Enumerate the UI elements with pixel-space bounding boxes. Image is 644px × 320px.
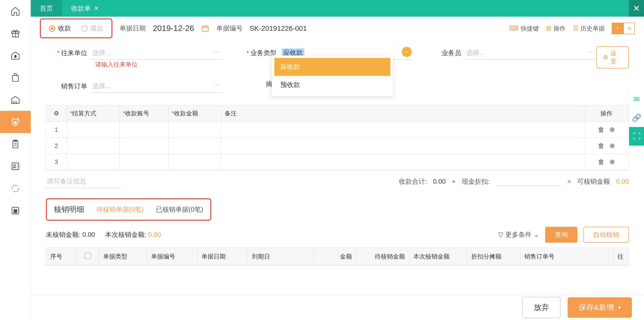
reconcile-header: 核销明细 待核销单据(0笔) 已核销单据(0笔) [46,198,211,221]
table-row: 1 🗑⊕ [46,122,629,138]
sidebar-home[interactable] [0,0,31,22]
cell-acct[interactable] [120,154,169,170]
add-icon[interactable]: ⊕ [609,126,615,134]
tab-current[interactable]: 收款单 ✕ [62,0,108,17]
partner-input[interactable]: 选择... ⋯ [91,46,222,60]
top-tab-bar: 首页 收款单 ✕ ✕ [0,0,644,17]
save-and-new-button[interactable]: 保存&新增 ▾ [568,297,632,318]
sidebar-warehouse[interactable]: $ [0,44,31,67]
chevron-up-icon[interactable] [402,47,412,57]
add-icon[interactable]: ⊕ [609,142,615,150]
sidebar-bag[interactable] [0,67,31,89]
chevron-down-icon: ▾ [618,304,621,311]
cell-amt[interactable] [169,138,222,154]
th-ops: 操作 [584,105,629,121]
calendar-icon[interactable] [201,24,209,33]
more-conditions[interactable]: ▽ 更多条件 ⌄ [498,230,539,239]
discard-button[interactable]: 放弃 [522,297,561,318]
salesman-input[interactable]: 选择... ⋯ [465,46,596,60]
shortcut-link[interactable]: ⌨快捷键 [509,24,539,33]
cell-acct[interactable] [120,138,169,154]
list-icon: ☰ [573,24,578,32]
row-index: 3 [46,154,67,170]
filter-icon: ▽ [498,231,503,239]
rth-discount: 折扣分摊额 [467,248,520,265]
dropdown-option-prepaid[interactable]: 预收款 [274,76,390,94]
add-icon[interactable]: ⊕ [609,158,615,166]
rth-partner: 往 [613,248,629,265]
cell-amt[interactable] [169,122,222,138]
cell-amt[interactable] [169,154,222,170]
close-icon[interactable]: ✕ [94,5,99,12]
sidebar-new[interactable]: 新 [0,200,31,222]
header-toolbar: ⌨快捷键 ⊞操作 ☰历史单据 ≡ ⊟ [509,23,635,34]
sidebar-building[interactable] [0,89,31,111]
operate-link[interactable]: ⊞操作 [546,24,566,33]
auto-reconcile-button[interactable]: 自动核销 [583,227,629,243]
collapse-bar-icon[interactable]: ✕ [629,0,644,17]
plus-sign: + [452,178,456,185]
sidebar-contacts[interactable] [0,155,31,177]
date-value[interactable]: 2019-12-26 [153,24,194,33]
more-icon[interactable]: ⋯ [213,47,221,56]
form-header-row: 收款 退款 单据日期 2019-12-26 单据编号 SK-20191226-0… [31,17,644,40]
svg-text:$: $ [14,54,16,58]
history-link[interactable]: ☰历史单据 [573,24,605,33]
rth-amount: 金额 [313,248,356,265]
content-area: 收款 退款 单据日期 2019-12-26 单据编号 SK-20191226-0… [31,17,644,320]
sidebar-finance[interactable]: ¥ [0,111,31,133]
writeoff-value: 0.00 [616,178,629,185]
table-row: 2 🗑⊕ [46,138,629,154]
checkbox-icon[interactable] [84,252,91,259]
keyboard-icon: ⌨ [509,24,519,32]
reconcile-bar: 未核销金额: 0.00 本次核销金额: 0.00 ▽ 更多条件 ⌄ 查询 自动核… [46,227,629,243]
reconcile-tab-done[interactable]: 已核销单据(0笔) [156,205,203,214]
rth-checkbox[interactable] [76,248,99,265]
salesorder-input[interactable]: 选择... ⋯ [91,80,222,93]
view-list-button[interactable]: ≡ [612,23,623,34]
rth-seq: 序号 [46,248,76,265]
sidebar-gift[interactable] [0,22,31,44]
gear-column-icon[interactable]: ⚙ [46,105,67,121]
cell-settle[interactable] [67,138,120,154]
cashdisc-input[interactable] [496,177,561,186]
settings-button[interactable]: ⚙设置 [596,46,629,69]
partner-error: 请输入往来单位 [95,60,138,69]
svg-text:¥: ¥ [14,120,17,125]
more-icon[interactable]: ⋯ [587,47,595,56]
delete-icon[interactable]: 🗑 [598,142,604,150]
remark-input[interactable]: 填写备注信息 [46,175,122,188]
radio-off-icon [81,25,88,32]
cell-acct[interactable] [120,122,169,138]
reconcile-tab-pending[interactable]: 待核销单据(0笔) [96,205,144,214]
tab-home[interactable]: 首页 [31,0,62,17]
delete-icon[interactable]: 🗑 [598,126,604,134]
sidebar-sync[interactable] [0,177,31,200]
rth-date: 单据日期 [197,248,248,265]
query-button[interactable]: 查询 [545,227,577,243]
reconcile-table: 序号 单据类型 单据编号 单据日期 到期日 金额 待核销金额 本次核销金额 折扣… [46,248,629,266]
grid-icon: ⊞ [546,24,551,32]
cell-settle[interactable] [67,154,120,170]
row-index: 2 [46,138,67,154]
writeoff-label: 可核销金额 [577,177,610,186]
dropdown-option-receivable[interactable]: 应收款 [274,58,390,76]
gear-icon: ⚙ [603,54,608,61]
more-icon[interactable]: ⋯ [213,81,221,89]
radio-refund[interactable]: 退款 [81,24,103,33]
delete-icon[interactable]: 🗑 [598,158,604,166]
sidebar-clipboard[interactable] [0,133,31,155]
radio-receive[interactable]: 收款 [49,24,71,33]
row-index: 1 [46,122,67,138]
cell-note[interactable] [222,138,584,154]
equals-sign: = [567,178,571,185]
view-card-button[interactable]: ⊟ [623,23,635,34]
chevron-down-icon: ⌄ [534,231,539,239]
rth-due: 到期日 [248,248,313,265]
svg-text:新: 新 [14,209,17,213]
salesorder-label: 销售订单 [46,82,91,91]
cell-note[interactable] [222,122,584,138]
cell-note[interactable] [222,154,584,170]
cell-settle[interactable] [67,122,120,138]
salesman-label: 业务员 [425,49,465,57]
